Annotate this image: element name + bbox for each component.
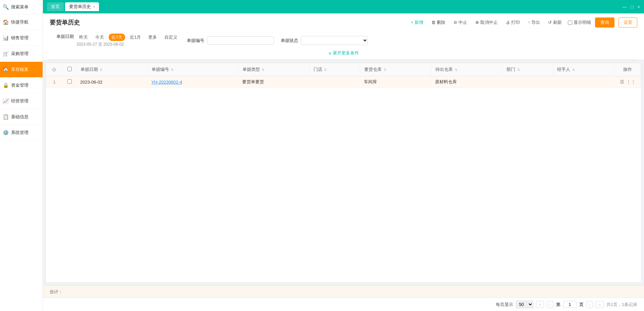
sidebar-item-finance[interactable]: 🔒 资金管理 <box>0 78 43 93</box>
sidebar: 🔍 搜索菜单 🏠 快捷导航 📊 销售管理 🛒 采购管理 🏠 库存核算 🔒 资金管… <box>0 0 43 311</box>
last-page-button[interactable]: » <box>596 301 603 308</box>
sidebar-item-base-info[interactable]: 📋 基础信息 <box>0 109 43 125</box>
first-page-button[interactable]: « <box>536 301 544 308</box>
col-req-sort-icon[interactable]: ⇅ <box>384 68 386 72</box>
page-title: 要货单历史 <box>50 18 80 27</box>
row-view-icon[interactable]: 🖺 <box>620 79 624 85</box>
summary-label: 合计： <box>50 289 63 295</box>
search-icon: 🔍 <box>3 4 9 10</box>
chip-recent1month[interactable]: 近1月 <box>127 34 144 41</box>
tab-active[interactable]: 要货单历史 × <box>65 2 99 11</box>
doc-no-input[interactable] <box>207 36 274 45</box>
table-header: ⊙ 单据日期 ⇅ 单据编号 ⇅ <box>46 63 641 76</box>
page-title-row: 要货单历史 + 新增 🗑 删除 ⊘ 中止 ⊗ 取消中止 🖨 打印 ↑ 导出 ↺ … <box>50 17 637 30</box>
col-dept-sort-icon[interactable]: ⇅ <box>517 68 520 72</box>
col-handler-sort-icon[interactable]: ⇅ <box>572 68 575 72</box>
refresh-button[interactable]: ↺ 刷新 <box>546 18 564 27</box>
chip-today[interactable]: 今天 <box>93 34 107 41</box>
sidebar-item-system[interactable]: ⚙️ 系统管理 <box>0 125 43 141</box>
next-page-button[interactable]: › <box>586 301 593 308</box>
filter-row-1: 单据日期 昨天 今天 近7天 近1月 更多 自定义 2023-05-27 至 2… <box>56 34 631 47</box>
base-info-icon: 📋 <box>3 114 9 120</box>
main-area: 首页 要货单历史 × — □ × 要货单历史 + 新增 🗑 删除 ⊘ 中止 ⊗ … <box>43 0 644 311</box>
window-close-icon[interactable]: × <box>637 4 640 9</box>
export-button[interactable]: ↑ 导出 <box>526 18 542 27</box>
cell-store <box>309 76 360 88</box>
topbar: 首页 要货单历史 × — □ × <box>43 0 644 13</box>
filter-area: 单据日期 昨天 今天 近7天 近1月 更多 自定义 2023-05-27 至 2… <box>50 30 637 60</box>
col-pending-sort-icon[interactable]: ⇅ <box>455 68 458 72</box>
settings-button[interactable]: 设置 <box>619 17 637 28</box>
sidebar-item-quick-nav[interactable]: 🏠 快捷导航 <box>0 14 43 30</box>
sidebar-item-operations[interactable]: 📈 经营管理 <box>0 93 43 109</box>
tab-home-label: 首页 <box>51 4 60 10</box>
col-no-label: 单据编号 <box>152 67 169 72</box>
display-detail-label: 显示明细 <box>574 19 591 26</box>
sidebar-item-purchase[interactable]: 🛒 采购管理 <box>0 46 43 62</box>
display-detail-checkbox[interactable] <box>568 20 572 25</box>
footer-summary: 合计： <box>43 285 644 298</box>
col-no: 单据编号 ⇅ <box>147 63 238 76</box>
tab-active-label: 要货单历史 <box>69 4 91 10</box>
purchase-icon: 🛒 <box>3 51 9 57</box>
chip-recent7[interactable]: 近7天 <box>109 34 125 41</box>
table-body: 1 2023-06-02 YH-20230602-4 要货单要货 <box>46 76 641 88</box>
window-minimize-icon[interactable]: — <box>623 4 627 9</box>
cell-no: YH-20230602-4 <box>147 76 238 88</box>
tab-close-icon[interactable]: × <box>93 5 95 9</box>
table-row: 1 2023-06-02 YH-20230602-4 要货单要货 <box>46 76 641 88</box>
chip-more[interactable]: 更多 <box>146 34 160 41</box>
row-checkbox[interactable] <box>67 79 72 84</box>
doc-no-label: 单据编号 <box>187 38 204 44</box>
column-settings-icon[interactable]: ⊙ <box>52 66 56 72</box>
sidebar-item-sales[interactable]: 📊 销售管理 <box>0 30 43 46</box>
sidebar-search[interactable]: 🔍 搜索菜单 <box>0 0 43 14</box>
cell-dept <box>502 76 553 88</box>
page-number-input[interactable] <box>563 301 577 308</box>
window-maximize-icon[interactable]: □ <box>631 4 634 9</box>
select-all-checkbox[interactable] <box>67 67 72 71</box>
sidebar-search-label: 搜索菜单 <box>11 4 29 10</box>
toolbar: + 新增 🗑 删除 ⊘ 中止 ⊗ 取消中止 🖨 打印 ↑ 导出 ↺ 刷新 显示明… <box>409 17 637 28</box>
expand-more-button[interactable]: ∨ 展开更多条件 <box>328 50 359 56</box>
col-store-sort-icon[interactable]: ⇅ <box>324 68 327 72</box>
col-date-sort-icon[interactable]: ⇅ <box>100 68 102 72</box>
row-number: 1 <box>53 80 55 85</box>
chevron-down-icon: ∨ <box>328 51 332 56</box>
print-button[interactable]: 🖨 打印 <box>504 18 522 27</box>
col-store: 门店 ⇅ <box>309 63 360 76</box>
sidebar-item-inventory[interactable]: 🏠 库存核算 <box>0 62 43 78</box>
chip-custom[interactable]: 自定义 <box>162 34 180 41</box>
stop-button[interactable]: ⊘ 中止 <box>451 18 469 27</box>
page-header: 要货单历史 + 新增 🗑 删除 ⊘ 中止 ⊗ 取消中止 🖨 打印 ↑ 导出 ↺ … <box>43 13 644 60</box>
cancel-stop-button[interactable]: ⊗ 取消中止 <box>473 18 500 27</box>
cell-date: 2023-06-02 <box>76 76 147 88</box>
status-select[interactable] <box>301 36 368 45</box>
data-table: ⊙ 单据日期 ⇅ 单据编号 ⇅ <box>46 63 641 88</box>
col-no-sort-icon[interactable]: ⇅ <box>171 68 173 72</box>
row-more-icon[interactable]: ⋮⋮ <box>626 79 636 85</box>
page-label: 第 <box>556 302 560 308</box>
cell-type: 要货单要货 <box>238 76 309 88</box>
home-icon: 🏠 <box>3 19 9 25</box>
per-page-select[interactable]: 50 10 20 100 <box>516 301 533 308</box>
col-store-label: 门店 <box>314 67 322 72</box>
new-button[interactable]: + 新增 <box>409 18 425 27</box>
row-pending-warehouse: 原材料仓库 <box>435 79 457 84</box>
col-type-sort-icon[interactable]: ⇅ <box>262 68 264 72</box>
row-req-warehouse: 车间库 <box>364 79 377 84</box>
doc-no-filter-group: 单据编号 <box>187 36 274 45</box>
date-chips: 昨天 今天 近7天 近1月 更多 自定义 <box>76 34 180 41</box>
tab-home[interactable]: 首页 <box>47 2 64 11</box>
delete-button[interactable]: 🗑 删除 <box>429 18 448 27</box>
page-unit: 页 <box>579 302 584 308</box>
cell-handler <box>553 76 614 88</box>
query-button[interactable]: 查询 <box>595 17 614 28</box>
prev-page-button[interactable]: ‹ <box>547 301 553 308</box>
col-pending-warehouse: 待出仓库 ⇅ <box>431 63 502 76</box>
display-detail-toggle[interactable]: 显示明细 <box>568 19 591 26</box>
chip-yesterday[interactable]: 昨天 <box>76 34 91 41</box>
row-no-link[interactable]: YH-20230602-4 <box>151 80 182 85</box>
inventory-icon: 🏠 <box>3 66 9 73</box>
date-range-display: 2023-05-27 至 2023-06-02 <box>76 42 180 47</box>
